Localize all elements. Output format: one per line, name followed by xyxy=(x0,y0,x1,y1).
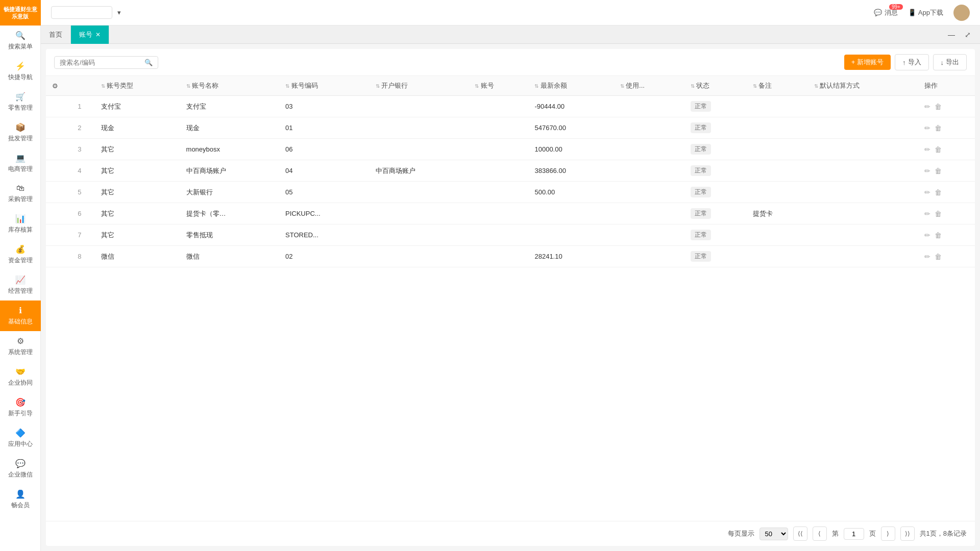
delete-icon[interactable]: 🗑 xyxy=(935,188,942,196)
per-page-label: 每页显示 xyxy=(728,529,754,538)
edit-icon[interactable]: ✏ xyxy=(924,231,930,239)
sidebar-item-采购管理[interactable]: 🛍采购管理 xyxy=(0,179,41,209)
sidebar-item-应用中心[interactable]: 🔷应用中心 xyxy=(0,423,41,454)
topbar-dropdown[interactable]: ▾ xyxy=(117,9,121,16)
page-size-select[interactable]: 50 100 200 xyxy=(760,528,788,540)
cell-account xyxy=(469,246,528,267)
cell-settlement xyxy=(808,96,919,117)
sidebar-label: 经营管理 xyxy=(8,287,33,295)
table-row: 5 其它 大新银行 05 500.00 正常 ✏ 🗑 xyxy=(46,182,975,203)
import-button[interactable]: ↑ 导入 xyxy=(895,54,929,70)
cell-type: 微信 xyxy=(95,246,180,267)
edit-icon[interactable]: ✏ xyxy=(924,124,930,132)
sidebar-item-系统管理[interactable]: ⚙系统管理 xyxy=(0,331,41,362)
cell-balance: -90444.00 xyxy=(528,96,614,117)
sidebar-item-经营管理[interactable]: 📈经营管理 xyxy=(0,270,41,300)
tab-close-icon[interactable]: ✕ xyxy=(95,31,101,38)
app-download-button[interactable]: 📱 App下载 xyxy=(908,8,943,17)
accounts-table: ⚙ ⇅ 账号类型 ⇅ 账号名称 ⇅ 账号编码 ⇅ 开户银行 ⇅ 账号 ⇅ 最新余… xyxy=(46,76,975,267)
prev-page-button[interactable]: ⟨ xyxy=(813,527,827,541)
col-num xyxy=(64,76,95,96)
tab-home[interactable]: 首页 xyxy=(41,26,71,44)
sidebar-item-快捷导航[interactable]: ⚡快捷导航 xyxy=(0,56,41,87)
cell-num: 6 xyxy=(64,203,95,224)
sidebar-item-批发管理[interactable]: 📦批发管理 xyxy=(0,117,41,148)
tab-account[interactable]: 账号 ✕ xyxy=(71,26,109,44)
sidebar-item-企业协同[interactable]: 🤝企业协同 xyxy=(0,362,41,392)
col-type[interactable]: ⇅ 账号类型 xyxy=(95,76,180,96)
tab-minimize-button[interactable]: — xyxy=(944,28,959,42)
col-name[interactable]: ⇅ 账号名称 xyxy=(180,76,279,96)
cell-action: ✏ 🗑 xyxy=(918,182,975,203)
last-page-button[interactable]: ⟩⟩ xyxy=(900,527,915,541)
page-suffix: 页 xyxy=(869,529,876,538)
edit-icon[interactable]: ✏ xyxy=(924,253,930,261)
edit-icon[interactable]: ✏ xyxy=(924,103,930,111)
message-button[interactable]: 💬 消息 99+ xyxy=(874,8,898,17)
toolbar-right: + 新增账号 ↑ 导入 ↓ 导出 xyxy=(844,54,967,70)
cell-action: ✏ 🗑 xyxy=(918,160,975,182)
sidebar-label: 畅会员 xyxy=(11,501,30,510)
cell-account xyxy=(469,117,528,139)
delete-icon[interactable]: 🗑 xyxy=(935,103,942,111)
cell-num: 4 xyxy=(64,160,95,182)
sidebar-icon: 👤 xyxy=(15,489,26,499)
edit-icon[interactable]: ✏ xyxy=(924,145,930,154)
sidebar-item-基础信息[interactable]: ℹ基础信息 xyxy=(0,300,41,331)
edit-icon[interactable]: ✏ xyxy=(924,210,930,218)
delete-icon[interactable]: 🗑 xyxy=(935,167,942,175)
cell-account xyxy=(469,182,528,203)
table-row: 7 其它 零售抵现 STORED... 正常 ✏ 🗑 xyxy=(46,224,975,246)
sidebar-icon: 💰 xyxy=(15,244,26,254)
export-button[interactable]: ↓ 导出 xyxy=(933,54,967,70)
sidebar-item-新手引导[interactable]: 🎯新手引导 xyxy=(0,392,41,423)
sidebar-item-企业微信[interactable]: 💬企业微信 xyxy=(0,454,41,484)
sidebar-item-畅会员[interactable]: 👤畅会员 xyxy=(0,484,41,515)
edit-icon[interactable]: ✏ xyxy=(924,188,930,196)
cell-code: 01 xyxy=(279,117,370,139)
cell-account xyxy=(469,96,528,117)
cell-settings xyxy=(46,203,64,224)
sidebar-item-搜索菜单[interactable]: 🔍搜索菜单 xyxy=(0,26,41,56)
cell-code: 03 xyxy=(279,96,370,117)
topbar-search-input[interactable] xyxy=(51,6,112,19)
cell-status: 正常 xyxy=(684,117,747,139)
cell-code: STORED... xyxy=(279,224,370,246)
sidebar-item-零售管理[interactable]: 🛒零售管理 xyxy=(0,87,41,117)
cell-account xyxy=(469,139,528,160)
sidebar-icon: 💻 xyxy=(15,153,26,163)
sidebar-label: 系统管理 xyxy=(8,348,33,357)
tab-actions: — ⤢ xyxy=(944,28,980,42)
col-usage[interactable]: ⇅ 使用... xyxy=(614,76,684,96)
first-page-button[interactable]: ⟨⟨ xyxy=(793,527,807,541)
col-remark[interactable]: ⇅ 备注 xyxy=(747,76,808,96)
page-label: 第 xyxy=(832,529,839,538)
delete-icon[interactable]: 🗑 xyxy=(935,253,942,261)
user-avatar[interactable] xyxy=(953,5,970,21)
sidebar-label: 资金管理 xyxy=(8,256,33,265)
col-settlement[interactable]: ⇅ 默认结算方式 xyxy=(808,76,919,96)
sidebar-item-库存核算[interactable]: 📊库存核算 xyxy=(0,209,41,239)
col-account[interactable]: ⇅ 账号 xyxy=(469,76,528,96)
col-bank[interactable]: ⇅ 开户银行 xyxy=(370,76,469,96)
delete-icon[interactable]: 🗑 xyxy=(935,231,942,239)
delete-icon[interactable]: 🗑 xyxy=(935,124,942,132)
cell-status: 正常 xyxy=(684,182,747,203)
add-account-button[interactable]: + 新增账号 xyxy=(844,55,891,70)
sidebar-item-资金管理[interactable]: 💰资金管理 xyxy=(0,239,41,270)
table-row: 6 其它 提货卡（零… PICKUPC... 正常 提货卡 ✏ 🗑 xyxy=(46,203,975,224)
col-settings[interactable]: ⚙ xyxy=(46,76,64,96)
col-balance[interactable]: ⇅ 最新余额 xyxy=(528,76,614,96)
col-code[interactable]: ⇅ 账号编码 xyxy=(279,76,370,96)
delete-icon[interactable]: 🗑 xyxy=(935,145,942,154)
tab-expand-button[interactable]: ⤢ xyxy=(961,28,975,42)
edit-icon[interactable]: ✏ xyxy=(924,167,930,175)
col-status[interactable]: ⇅ 状态 xyxy=(684,76,747,96)
add-account-label: + 新增账号 xyxy=(851,58,884,67)
search-input[interactable] xyxy=(60,59,141,66)
next-page-button[interactable]: ⟩ xyxy=(881,527,895,541)
delete-icon[interactable]: 🗑 xyxy=(935,210,942,218)
cell-settlement xyxy=(808,203,919,224)
sidebar-item-电商管理[interactable]: 💻电商管理 xyxy=(0,148,41,179)
page-number-input[interactable] xyxy=(844,528,864,540)
